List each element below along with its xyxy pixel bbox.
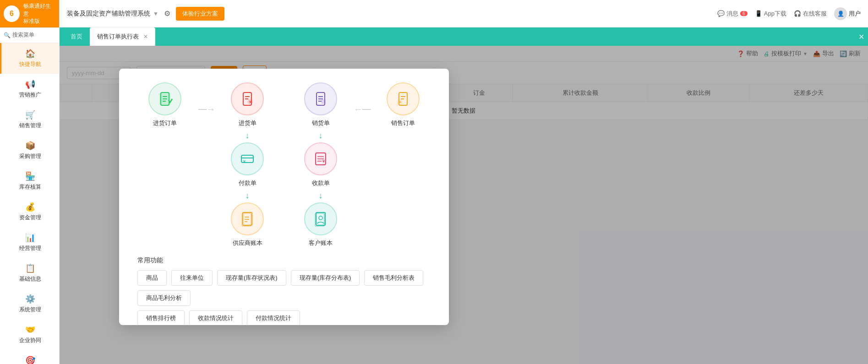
arrow-sales-to-sales-order: ←---- (348, 104, 376, 127)
download-icon: 📱 (755, 10, 762, 17)
avatar: 👤 (834, 7, 847, 20)
sales-order-tab-label: 销售订单执行表 (97, 33, 139, 41)
customer-ledger-icon (304, 202, 337, 235)
sales-icon: 🛒 (25, 110, 35, 120)
svg-point-35 (319, 216, 322, 220)
func-btn-receipt-stats[interactable]: 收款情况统计 (189, 310, 242, 325)
inventory-icon: 🏪 (25, 171, 35, 181)
finance-icon: 💰 (25, 202, 35, 212)
message-badge: 6 (740, 11, 748, 16)
sidebar-item-finance[interactable]: 💰 资金管理 (0, 196, 59, 227)
sidebar-item-newbie[interactable]: 🎯 新手引导 (0, 350, 59, 364)
svg-rect-28 (243, 212, 252, 225)
flow-payment-bill: ¥ 付款单 (220, 142, 275, 187)
flow-purchase-order: 进货订单 (137, 82, 192, 127)
tab-sales-order-exec[interactable]: 销售订单执行表 ✕ (90, 27, 155, 46)
flow-supplier-ledger: 供应商账本 (220, 202, 275, 247)
online-service-item[interactable]: 🎧 在线客服 (794, 10, 827, 18)
purchase-bill-icon: ¥ (231, 82, 264, 115)
quick-nav-icon: 🏠 (25, 49, 35, 59)
func-btn-partners[interactable]: 往来单位 (171, 270, 213, 286)
arrow-down-purchase (137, 131, 192, 141)
common-func-section: 常用功能 商品 往来单位 现存量(库存状况表) 现存量(库存分布表) 销售毛利分… (137, 256, 431, 325)
modal-overlay[interactable]: 进货订单 ----→ ¥ 进货单 (60, 46, 868, 364)
arrow-purchase-order-to-purchase: ----→ (192, 104, 220, 127)
svg-text:¥: ¥ (243, 159, 246, 164)
sidebar-item-marketing[interactable]: 📢 营销推广 (0, 74, 59, 104)
close-all-tabs-icon[interactable]: ✕ (858, 33, 864, 41)
svg-rect-14 (322, 100, 325, 103)
flow-customer-ledger: 客户账本 (293, 202, 348, 247)
sidebar-logo: 6 畅康通好生意 标准版 (0, 0, 59, 27)
func-btn-goods[interactable]: 商品 (137, 270, 167, 286)
user-item[interactable]: 👤 用户 (834, 7, 861, 20)
func-btn-goods-margin[interactable]: 商品毛利分析 (137, 290, 191, 306)
home-tab-label: 首页 (71, 33, 82, 41)
sidebar-item-enterprise[interactable]: 🤝 企业协同 (0, 319, 59, 350)
search-icon: 🔍 (4, 32, 11, 38)
operations-icon: 📊 (25, 233, 35, 243)
sidebar-item-system[interactable]: ⚙️ 系统管理 (0, 288, 59, 319)
sidebar-search[interactable]: 🔍 搜索菜单 (0, 27, 59, 43)
sales-order-icon (387, 82, 420, 115)
flow-purchase-bill: ¥ 进货单 (220, 82, 275, 127)
receipt-bill-icon: ¥ (304, 142, 337, 175)
newbie-icon: 🎯 (25, 355, 35, 364)
arrow-down-sales-bill: ↓ (293, 131, 348, 141)
sidebar-item-purchase[interactable]: 📦 采购管理 (0, 135, 59, 166)
func-btns-row1: 商品 往来单位 现存量(库存状况表) 现存量(库存分布表) 销售毛利分析表 商品… (137, 270, 431, 306)
modal-content: 进货订单 ----→ ¥ 进货单 (119, 69, 449, 325)
system-title-area: 装备及固定资产辅助管理系统 ▼ (67, 10, 158, 18)
topbar: 装备及固定资产辅助管理系统 ▼ ⚙ 体验行业方案 💬 消息 6 📱 App下载 … (60, 0, 868, 27)
sidebar-item-inventory[interactable]: 🏪 库存核算 (0, 166, 59, 196)
func-btn-payment-stats[interactable]: 付款情况统计 (247, 310, 300, 325)
marketing-icon: 📢 (25, 79, 35, 89)
tab-close-icon[interactable]: ✕ (143, 33, 148, 40)
func-btn-sales-margin[interactable]: 销售毛利分析表 (364, 270, 423, 286)
func-btns-row2: 销售排行榜 收款情况统计 付款情况统计 (137, 310, 431, 325)
arrow-down-receipt: ↓ (293, 191, 348, 201)
tabbar: 首页 销售订单执行表 ✕ ✕ (60, 27, 868, 46)
purchase-order-icon (148, 82, 181, 115)
system-dropdown-icon[interactable]: ▼ (153, 11, 158, 17)
system-title: 装备及固定资产辅助管理系统 (67, 10, 150, 18)
sidebar: 6 畅康通好生意 标准版 🔍 搜索菜单 🏠 快捷导航 📢 营销推广 🛒 销售管理 (0, 0, 60, 364)
sidebar-item-basic[interactable]: 📋 基础信息 (0, 258, 59, 288)
func-btn-sales-rank[interactable]: 销售排行榜 (137, 310, 185, 325)
flow-sales-bill: 销货单 (293, 82, 348, 127)
func-btn-stock-dist[interactable]: 现存量(库存分布表) (291, 270, 360, 286)
service-icon: 🎧 (794, 10, 801, 17)
enterprise-icon: 🤝 (25, 325, 35, 335)
sidebar-item-sales[interactable]: 🛒 销售管理 (0, 104, 59, 135)
trial-btn[interactable]: 体验行业方案 (176, 7, 224, 21)
logo-icon: 6 (4, 5, 20, 22)
topbar-right: 💬 消息 6 📱 App下载 🎧 在线客服 👤 用户 (717, 7, 861, 20)
sidebar-nav: 🏠 快捷导航 📢 营销推广 🛒 销售管理 📦 采购管理 🏪 库存核算 💰 (0, 43, 59, 364)
purchase-icon: 📦 (25, 141, 35, 151)
func-btn-stock-status[interactable]: 现存量(库存状况表) (217, 270, 286, 286)
sidebar-item-operations[interactable]: 📊 经营管理 (0, 227, 59, 258)
sales-bill-icon (304, 82, 337, 115)
modal-box: 进货订单 ----→ ¥ 进货单 (119, 69, 449, 325)
svg-text:¥: ¥ (249, 100, 251, 104)
payment-bill-icon: ¥ (231, 142, 264, 175)
sidebar-item-quick-nav[interactable]: 🏠 快捷导航 (0, 43, 59, 74)
flow-sales-order: 销售订单 (376, 82, 431, 127)
supplier-ledger-icon (231, 202, 264, 235)
page-content: ❓ 帮助 🖨 按模板打印 ▼ 📤 导出 🔄 刷新 (60, 46, 868, 364)
flow-receipt-bill: ¥ 收款单 (293, 142, 348, 187)
basic-icon: 📋 (25, 263, 35, 273)
tab-home[interactable]: 首页 (63, 27, 90, 46)
message-item[interactable]: 💬 消息 6 (717, 10, 748, 18)
logo-text: 畅康通好生意 标准版 (23, 2, 55, 25)
app-download-item[interactable]: 📱 App下载 (755, 10, 786, 18)
arrow-down-payment: ↓ (220, 191, 275, 201)
arrow-down-purchase-bill: ↓ (220, 131, 275, 141)
svg-text:¥: ¥ (322, 159, 325, 163)
system-icon: ⚙️ (25, 294, 35, 304)
gear-icon[interactable]: ⚙ (164, 9, 170, 18)
common-func-title: 常用功能 (137, 256, 431, 265)
message-icon: 💬 (717, 10, 725, 17)
main-area: 装备及固定资产辅助管理系统 ▼ ⚙ 体验行业方案 💬 消息 6 📱 App下载 … (60, 0, 868, 364)
